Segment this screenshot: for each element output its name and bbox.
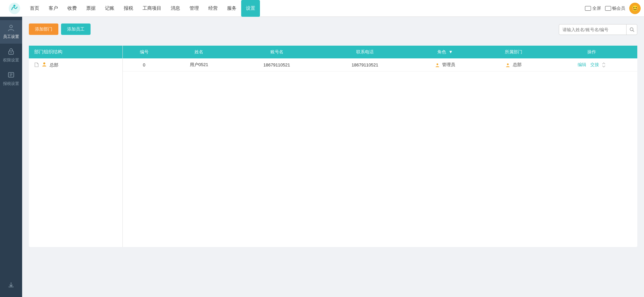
handover-link[interactable]: 交接 (590, 62, 599, 67)
table-header-row: 编号 姓名 账号名 联系电话 角色 ▼ 所属部门 操作 (123, 46, 637, 58)
cell-role: 管理员 (409, 58, 481, 71)
search-button[interactable] (626, 24, 637, 35)
cell-phone: 18679110521 (321, 58, 409, 71)
nav-fees[interactable]: 收费 (63, 0, 82, 17)
button-group: 添加部门 添加员工 (29, 23, 91, 35)
sidebar-item-tax-settings[interactable]: 报税设置 (0, 67, 22, 91)
svg-line-10 (633, 31, 634, 32)
cell-actions: 编辑 交接 (546, 58, 637, 71)
vip-button[interactable]: 畅会员 (605, 5, 625, 11)
tree-item-label: 总部 (50, 62, 58, 68)
video-record-icon (605, 6, 611, 11)
right-actions: 全屏 畅会员 😊 (585, 3, 641, 14)
scroll-arrows[interactable] (602, 62, 605, 67)
search-bar (559, 24, 637, 35)
dept-user-icon (42, 62, 47, 68)
employee-icon (7, 24, 15, 33)
main-content: 添加部门 添加员工 部门组织结构 (22, 17, 644, 297)
tax-settings-icon (7, 71, 15, 80)
content-panel: 部门组织结构 总部 (29, 46, 637, 247)
nav-items: 首页 客户 收费 票据 记账 报税 工商项目 消息 管理 经营 服务 设置 (25, 0, 585, 17)
svg-point-2 (10, 25, 12, 28)
avatar-icon: 😊 (631, 5, 639, 12)
sidebar-label-employee: 员工设置 (3, 34, 19, 40)
svg-point-4 (11, 52, 12, 53)
col-phone: 联系电话 (321, 46, 409, 58)
col-dept: 所属部门 (481, 46, 546, 58)
sidebar-item-employee[interactable]: 员工设置 (0, 20, 22, 44)
vip-label: 畅会员 (612, 5, 625, 11)
cell-name: 用户0521 (165, 58, 232, 71)
col-account: 账号名 (233, 46, 321, 58)
nav-tax[interactable]: 报税 (119, 0, 138, 17)
sidebar-item-download[interactable] (0, 277, 22, 294)
cell-id: 0 (123, 58, 165, 71)
nav-home[interactable]: 首页 (25, 0, 44, 17)
avatar[interactable]: 😊 (629, 3, 641, 14)
svg-point-13 (507, 63, 509, 65)
nav-accounting[interactable]: 记账 (100, 0, 119, 17)
svg-point-11 (43, 62, 45, 64)
sidebar-label-tax-settings: 报税设置 (3, 81, 19, 87)
top-navigation: 首页 客户 收费 票据 记账 报税 工商项目 消息 管理 经营 服务 设置 全屏… (0, 0, 644, 17)
nav-operations[interactable]: 经营 (204, 0, 222, 17)
col-role: 角色 ▼ (409, 46, 481, 58)
edit-link[interactable]: 编辑 (578, 62, 586, 67)
tree-panel: 部门组织结构 总部 (29, 46, 123, 247)
nav-customer[interactable]: 客户 (44, 0, 63, 17)
tree-item-general[interactable]: 总部 (29, 58, 122, 72)
file-icon (34, 62, 39, 68)
col-name: 姓名 (165, 46, 232, 58)
sidebar-label-permissions: 权限设置 (3, 57, 19, 63)
svg-point-1 (13, 5, 15, 7)
employee-table: 编号 姓名 账号名 联系电话 角色 ▼ 所属部门 操作 0 (123, 46, 637, 71)
nav-messages[interactable]: 消息 (166, 0, 185, 17)
permissions-icon (7, 48, 15, 56)
add-employee-button[interactable]: 添加员工 (61, 23, 91, 35)
cell-dept: 总部 (481, 58, 546, 71)
fullscreen-icon (585, 6, 591, 11)
tree-header: 部门组织结构 (29, 46, 122, 58)
nav-management[interactable]: 管理 (185, 0, 204, 17)
filter-icon[interactable]: ▼ (448, 49, 453, 54)
toolbar-row: 添加部门 添加员工 (29, 23, 637, 40)
nav-settings[interactable]: 设置 (241, 0, 260, 17)
fullscreen-label: 全屏 (592, 5, 601, 11)
role-user-icon (435, 62, 441, 67)
app-logo (3, 2, 25, 14)
add-dept-button[interactable]: 添加部门 (29, 23, 58, 35)
dept-cell-user-icon (505, 62, 512, 67)
col-actions: 操作 (546, 46, 637, 58)
fullscreen-button[interactable]: 全屏 (585, 5, 601, 11)
nav-business[interactable]: 工商项目 (138, 0, 166, 17)
nav-bills[interactable]: 票据 (82, 0, 100, 17)
nav-service[interactable]: 服务 (222, 0, 241, 17)
cell-account: 18679110521 (233, 58, 321, 71)
svg-point-12 (436, 63, 438, 65)
sidebar-item-permissions[interactable]: 权限设置 (0, 44, 22, 67)
search-input[interactable] (559, 27, 626, 32)
sidebar: 员工设置 权限设置 报税设置 (0, 17, 22, 297)
table-row: 0 用户0521 18679110521 18679110521 管理 (123, 58, 637, 71)
col-id: 编号 (123, 46, 165, 58)
download-icon (7, 281, 15, 290)
table-panel: 编号 姓名 账号名 联系电话 角色 ▼ 所属部门 操作 0 (123, 46, 637, 247)
